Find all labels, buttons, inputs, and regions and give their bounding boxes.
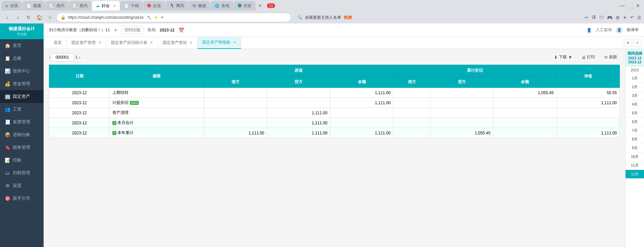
browser-tab-muqian[interactable]: 🅢 目前: [234, 1, 256, 10]
home-button[interactable]: 🏠: [35, 13, 44, 22]
refresh-icon: ↻: [604, 55, 608, 60]
shield-icon[interactable]: 🛡: [599, 15, 604, 20]
back-button[interactable]: ‹: [3, 13, 11, 22]
sidebar-item-payroll[interactable]: 👥 工资: [0, 103, 44, 116]
tab-fixed-assets-mgmt[interactable]: 固定资产管理 ✕: [67, 37, 106, 49]
forward-button[interactable]: ›: [13, 13, 22, 22]
close-tab-btn[interactable]: ✕: [624, 39, 632, 47]
sidebar-item-invoice[interactable]: 🧾 发票管理: [0, 116, 44, 128]
logo-subtitle: 专业版: [17, 32, 27, 37]
sidebar-item-general-ledger[interactable]: 📋 总账: [0, 52, 44, 65]
table-row[interactable]: 2023-12 +本年累计 1,111.00 1,111.00 1,111.00…: [49, 128, 620, 138]
cell-orig-balance: 1,111.00: [330, 98, 393, 108]
download-icon: ⬇: [554, 55, 557, 60]
cell-acc-balance: [493, 118, 556, 128]
username[interactable]: 徐译华: [627, 27, 639, 33]
sidebar-item-inventory[interactable]: 📦 进销台账: [0, 128, 44, 141]
sidebar-item-fixed-assets[interactable]: 🏢 固定资产: [0, 90, 44, 103]
browser-tab-gedi[interactable]: 🌐 各地: [211, 1, 233, 10]
period-month-item[interactable]: 8月: [626, 135, 644, 144]
bookmark-button[interactable]: ☆: [46, 13, 54, 22]
user-avatar: 👤: [616, 27, 623, 34]
tab-home[interactable]: 首页: [49, 37, 67, 49]
customer-service-text[interactable]: 人工咨询: [596, 27, 612, 33]
sidebar-item-settings[interactable]: ⚙ 设置: [0, 179, 44, 192]
next-record-btn[interactable]: ›: [79, 55, 80, 60]
browser-minimize-btn[interactable]: —: [620, 3, 625, 9]
tab-asset-category[interactable]: 固定资产类别 ✕: [158, 37, 198, 49]
record-id-input[interactable]: [51, 53, 74, 61]
tab-close-asset-detail[interactable]: ✕: [233, 40, 236, 45]
print-btn[interactable]: 🖨 打印: [579, 53, 598, 61]
menu-icon[interactable]: ☰: [637, 15, 641, 20]
table-row[interactable]: 2023-12 计提折旧2023 1,111.00 1,111.00: [49, 98, 620, 108]
period-month-item[interactable]: 5月: [626, 109, 644, 118]
browser-tab-haohui[interactable]: ☁ 好会 ✕: [92, 1, 120, 10]
history-icon[interactable]: ↶: [630, 15, 634, 20]
search-area[interactable]: 🔍 央视更新主持人名单 热搜: [297, 15, 352, 20]
sidebar-item-archive[interactable]: 🗂 归档管理: [0, 167, 44, 179]
sidebar-item-home[interactable]: 🏠 首页: [0, 39, 44, 52]
theme-icon[interactable]: ☀: [623, 15, 627, 20]
new-tab-button[interactable]: +: [256, 2, 264, 10]
sidebar-item-funds[interactable]: 💰 资金管理: [0, 77, 44, 90]
th-orig-balance: 余额: [330, 76, 393, 88]
game-icon[interactable]: 🎮: [607, 15, 612, 20]
browser-tab-yidai2[interactable]: 📝 易代: [69, 1, 92, 10]
browser-tab-changjie[interactable]: Ⓜ 畅捷: [189, 1, 210, 10]
browser-maximize-btn[interactable]: ⬜: [628, 3, 633, 8]
refresh-btn[interactable]: ↻ 刷新: [602, 53, 620, 61]
tab-close-fixed-assets-mgmt[interactable]: ✕: [98, 41, 101, 45]
cell-summary: +本年累计: [110, 128, 204, 138]
sidebar-item-closing[interactable]: 📝 结账: [0, 154, 44, 167]
cell-acc-debit: [393, 98, 430, 108]
expand-tab-btn[interactable]: ⤢: [633, 39, 641, 47]
tab-depreciation-summary[interactable]: 固定资产折旧统计表 ✕: [106, 37, 158, 49]
browser-tab-close[interactable]: ✕: [113, 4, 116, 8]
browser-tab-new[interactable]: 📄 新建: [22, 1, 45, 10]
th-accumulated-depreciation: 累计折旧: [393, 65, 556, 76]
period-month-item[interactable]: 11月: [626, 161, 644, 170]
period-month-item[interactable]: 4月: [626, 100, 644, 109]
switch-version-btn[interactable]: 切到旧版: [121, 26, 144, 34]
reload-button[interactable]: ↻: [24, 13, 33, 22]
cell-orig-credit: [267, 98, 330, 108]
period-month-item[interactable]: 10月: [626, 152, 644, 161]
prev-record-btn[interactable]: ‹: [49, 55, 51, 60]
table-row[interactable]: 2023-12 资产清理 1,111.00: [49, 108, 620, 118]
download-btn[interactable]: ⬇ 下载 ▼: [551, 53, 575, 61]
period-year[interactable]: 2023: [626, 66, 644, 74]
browser-tab-yidai1[interactable]: 📝 易代: [46, 1, 68, 10]
sidebar-item-guide[interactable]: 🎯 新手引导: [0, 192, 44, 205]
scissors-icon[interactable]: ✂: [585, 15, 588, 20]
period-month-item[interactable]: 6月: [626, 118, 644, 126]
period-month-item[interactable]: 1月: [626, 74, 644, 83]
table-row[interactable]: 2023-12 +本月合计 1,111.00: [49, 118, 620, 128]
period-month-item[interactable]: 12月: [626, 170, 644, 179]
tab-count-badge: 11: [267, 3, 275, 8]
address-box[interactable]: 🔒 https://cloud.chanjet.com/accounting/u…: [56, 13, 291, 22]
table-row[interactable]: 2023-12 上期结转 1,111.00 1,055.45 55.55: [49, 88, 620, 98]
cell-net-value: 1,111.00: [556, 98, 620, 108]
grid-icon[interactable]: ⊞: [616, 15, 620, 20]
sidebar-item-reports[interactable]: 📊 报表中心: [0, 65, 44, 77]
browser-tab-online[interactable]: ● 在线: [1, 1, 22, 10]
tab-asset-detail[interactable]: 固定资产明细账 ✕: [198, 37, 241, 49]
browser-tab-tengxun[interactable]: 🐧 腾讯: [165, 1, 188, 10]
period-month-item[interactable]: 3月: [626, 91, 644, 100]
download-dropdown-icon[interactable]: ▼: [568, 55, 572, 60]
th-net-value: 净值: [556, 65, 620, 88]
calendar-icon[interactable]: 📅: [178, 27, 184, 33]
translate-icon[interactable]: 译: [592, 14, 596, 20]
tab-close-asset-category[interactable]: ✕: [190, 41, 193, 45]
period-month-item[interactable]: 9月: [626, 144, 644, 152]
cell-orig-debit: [204, 98, 267, 108]
sidebar-item-tax[interactable]: 🔖 税务管理: [0, 141, 44, 154]
browser-close-btn[interactable]: ✕: [636, 3, 640, 8]
browser-tab-qiye[interactable]: 🅒 企业: [143, 1, 165, 10]
tab-close-depreciation-summary[interactable]: ✕: [150, 41, 153, 45]
browser-tab-geshui[interactable]: 📄 个税: [120, 1, 143, 10]
cell-orig-debit: [204, 108, 267, 118]
period-month-item[interactable]: 2月: [626, 83, 644, 91]
period-month-item[interactable]: 7月: [626, 126, 644, 135]
